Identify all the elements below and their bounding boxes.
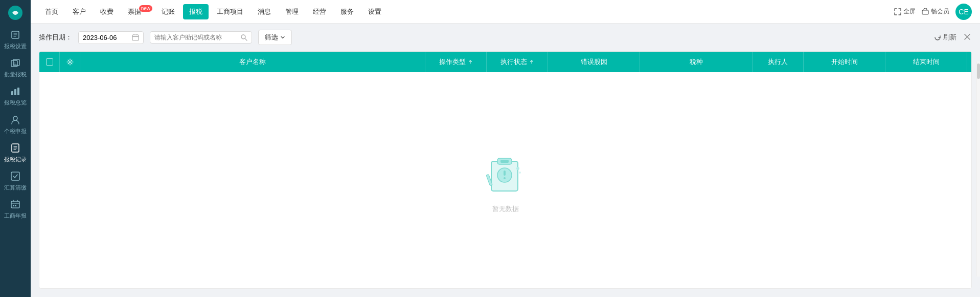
refresh-label: 刷新 <box>943 33 956 42</box>
nav-item-fuwu[interactable]: 服务 <box>334 4 360 19</box>
nav-label-fuwu: 服务 <box>340 7 354 16</box>
sort-status-icon <box>529 59 534 65</box>
nav-label-baoshui: 报税 <box>189 7 202 16</box>
svg-rect-10 <box>11 201 19 208</box>
search-wrapper[interactable] <box>150 31 252 44</box>
svg-point-16 <box>69 61 71 63</box>
svg-rect-22 <box>504 177 506 179</box>
sidebar-item-label: 批量报税 <box>4 71 27 78</box>
svg-point-15 <box>241 35 245 39</box>
th-errorreason: 错误股因 <box>548 52 640 72</box>
nav-label-client: 客户 <box>73 7 86 16</box>
nav-item-baoshui[interactable]: 报税 <box>183 4 209 19</box>
date-input-wrapper[interactable] <box>78 31 144 44</box>
nav-item-piaoju[interactable]: 票据 new <box>122 4 153 19</box>
nav-item-client[interactable]: 客户 <box>66 4 92 19</box>
content: 操作日期： 筛选 <box>31 24 980 297</box>
filter-bar: 操作日期： 筛选 <box>31 24 980 51</box>
sidebar-item-huisuan-jiaona[interactable]: 汇算清缴 <box>0 167 31 195</box>
nav-item-jingying[interactable]: 经营 <box>307 4 332 19</box>
empty-illustration <box>480 147 531 198</box>
sidebar-item-baoshui-shezhi[interactable]: 报税设置 <box>0 26 31 54</box>
nav-item-gongshang[interactable]: 工商项目 <box>211 4 249 19</box>
sidebar-item-gongshang-nianbao[interactable]: 工商年报 <box>0 195 31 223</box>
member-label: 畅会员 <box>931 7 949 16</box>
user-avatar[interactable]: CE <box>955 4 972 20</box>
th-starttime: 开始时间 <box>804 52 885 72</box>
nav-item-guanli[interactable]: 管理 <box>279 4 305 19</box>
member-icon <box>922 8 929 15</box>
nav-label-jingying: 经营 <box>313 7 326 16</box>
nav-label-home: 首页 <box>45 7 58 16</box>
th-setting[interactable] <box>60 52 80 72</box>
nav-label-jizhang: 记账 <box>162 7 175 16</box>
table-wrapper: 客户名称 操作类型 执行状态 错误股因 <box>39 51 972 289</box>
sidebar-item-label: 报税总览 <box>4 99 27 106</box>
th-client-label: 客户名称 <box>239 57 266 67</box>
fullscreen-label: 全屏 <box>903 7 916 16</box>
sidebar-item-label: 汇算清缴 <box>4 184 27 191</box>
svg-rect-11 <box>13 205 14 206</box>
huisuan-icon <box>10 171 20 183</box>
sidebar-item-label: 报税记录 <box>4 156 27 163</box>
topnav-items: 首页 客户 收费 票据 new 记账 报税 工商项目 消息 <box>39 4 894 19</box>
select-all-checkbox[interactable] <box>46 58 53 66</box>
sidebar-item-baoshui-zonlan[interactable]: 报税总览 <box>0 82 31 110</box>
svg-rect-19 <box>500 160 509 163</box>
sidebar-item-piliang-baoshui[interactable]: 批量报税 <box>0 54 31 82</box>
th-errorreason-label: 错误股因 <box>581 57 607 67</box>
svg-rect-4 <box>11 91 13 95</box>
svg-rect-9 <box>11 172 19 180</box>
table-header: 客户名称 操作类型 执行状态 错误股因 <box>39 52 971 72</box>
filter-label-text: 筛选 <box>265 33 278 42</box>
fullscreen-btn[interactable]: 全屏 <box>894 7 916 16</box>
baoshui-shezhi-icon <box>10 30 20 41</box>
refresh-button[interactable]: 刷新 <box>934 33 956 42</box>
table-body: 暂无数据 <box>39 72 971 288</box>
nav-label-gongshang: 工商项目 <box>217 7 243 16</box>
sidebar-logo <box>0 0 31 26</box>
search-input[interactable] <box>154 34 237 41</box>
filter-button[interactable]: 筛选 <box>258 30 292 45</box>
th-checkbox[interactable] <box>39 52 60 72</box>
nav-item-jizhang[interactable]: 记账 <box>155 4 181 19</box>
nav-item-shezhi[interactable]: 设置 <box>362 4 388 19</box>
svg-rect-14 <box>132 35 139 40</box>
th-client: 客户名称 <box>80 52 425 72</box>
search-icon <box>240 34 247 41</box>
nav-item-xiaoxi[interactable]: 消息 <box>252 4 277 19</box>
setting-icon <box>66 58 74 66</box>
nav-item-shoufei[interactable]: 收费 <box>94 4 120 19</box>
svg-rect-6 <box>17 88 19 95</box>
nav-label-guanli: 管理 <box>285 7 299 16</box>
th-endtime: 结束时间 <box>885 52 967 72</box>
zonlan-icon <box>10 86 20 98</box>
th-taxtype-label: 税种 <box>690 57 703 67</box>
sidebar-item-label: 个税申报 <box>4 128 27 135</box>
jilu-icon <box>10 143 20 155</box>
fullscreen-icon <box>894 8 901 15</box>
member-btn[interactable]: 畅会员 <box>922 7 949 16</box>
svg-rect-21 <box>504 171 506 176</box>
topnav-right: 全屏 畅会员 CE <box>894 4 972 20</box>
svg-rect-5 <box>14 89 16 95</box>
svg-point-7 <box>13 116 17 120</box>
main-wrapper: 首页 客户 收费 票据 new 记账 报税 工商项目 消息 <box>31 0 980 297</box>
svg-rect-12 <box>15 205 16 206</box>
nav-item-home[interactable]: 首页 <box>39 4 64 19</box>
nav-badge-piaoju: new <box>139 5 152 12</box>
chevron-down-icon <box>280 35 285 40</box>
sidebar-item-geshui-shenbao[interactable]: 个税申报 <box>0 111 31 139</box>
date-label: 操作日期： <box>39 33 72 42</box>
th-starttime-label: 开始时间 <box>831 57 858 67</box>
th-executor: 执行人 <box>753 52 804 72</box>
close-button[interactable] <box>963 32 972 43</box>
sidebar-item-baoshui-jilu[interactable]: 报税记录 <box>0 139 31 167</box>
th-optype[interactable]: 操作类型 <box>425 52 487 72</box>
th-endtime-label: 结束时间 <box>913 57 940 67</box>
date-input[interactable] <box>83 34 129 41</box>
th-status[interactable]: 执行状态 <box>487 52 548 72</box>
sidebar: 报税设置 批量报税 报税总览 个税申报 <box>0 0 31 297</box>
sidebar-item-label: 报税设置 <box>4 43 27 50</box>
nav-label-xiaoxi: 消息 <box>258 7 271 16</box>
